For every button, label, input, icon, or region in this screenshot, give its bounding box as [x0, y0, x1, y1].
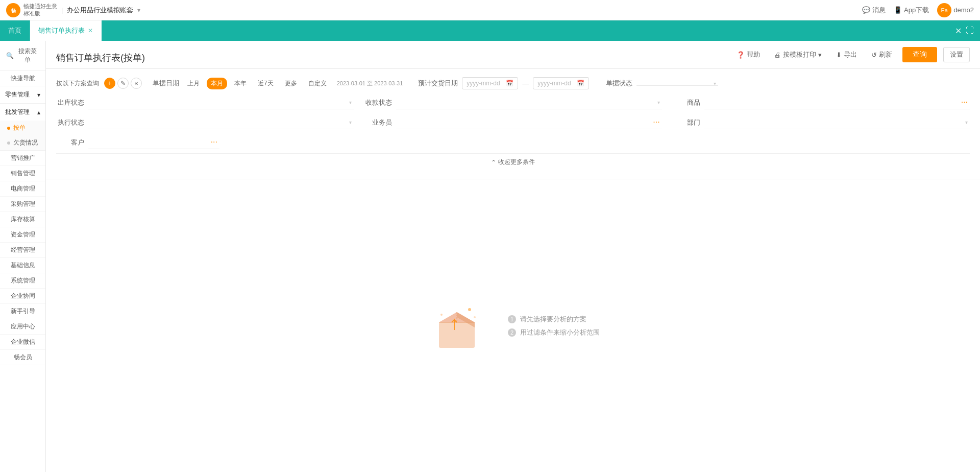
sidebar-item-inventory[interactable]: 库存核算 [0, 212, 45, 227]
salesperson-input[interactable]: ··· [396, 115, 662, 129]
svg-point-9 [474, 316, 476, 318]
sidebar-item-ecommerce[interactable]: 电商管理 [0, 181, 45, 197]
breadcrumb-title: 办公用品行业模拟账套 [67, 6, 133, 15]
settings-button[interactable]: 设置 [943, 47, 970, 62]
logo-area: 畅 畅捷通好生意 标准版 [6, 3, 57, 17]
date-btn-this-year[interactable]: 本年 [230, 78, 251, 89]
sidebar-item-operations[interactable]: 经营管理 [0, 243, 45, 258]
status-select[interactable] [636, 81, 718, 86]
salesperson-more-icon[interactable]: ··· [653, 117, 659, 127]
message-action[interactable]: 💬 消息 [862, 6, 886, 15]
sidebar-item-basic-info[interactable]: 基础信息 [0, 258, 45, 273]
date-btn-last-month[interactable]: 上月 [183, 78, 204, 89]
exec-status-select[interactable] [88, 116, 354, 129]
tab-close-icon[interactable]: ✕ [88, 27, 93, 34]
sidebar-item-enterprise[interactable]: 企业协同 [0, 289, 45, 304]
page-title: 销售订单执行表(按单) [56, 52, 145, 64]
collapse-more-button[interactable]: ⌃ 收起更多条件 [56, 153, 970, 171]
search-menu-button[interactable]: 🔍 搜索菜单 [4, 45, 41, 66]
logo-icon: 畅 [6, 3, 20, 17]
collapse-chevron-icon: ⌃ [491, 159, 496, 166]
collapse-scheme-button[interactable]: « [131, 78, 142, 89]
scheme-label: 按以下方案查询 [56, 79, 99, 88]
sidebar-item-wholesale-mgmt[interactable]: 批发管理 ▴ [0, 104, 45, 121]
sidebar-search-area: 🔍 搜索菜单 [0, 41, 45, 71]
salesperson-filter: 业务员 ··· [364, 115, 662, 129]
tab-sales-order-exec[interactable]: 销售订单执行表 ✕ [30, 20, 102, 41]
empty-illustration [426, 294, 487, 357]
salesperson-label: 业务员 [364, 118, 392, 127]
exec-status-label: 执行状态 [56, 118, 84, 127]
goods-label: 商品 [672, 98, 700, 107]
breadcrumb-dropdown-icon[interactable]: ▾ [137, 7, 140, 14]
sidebar-item-corp-wechat[interactable]: 企业微信 [0, 335, 45, 350]
tip-num-1: 1 [508, 315, 516, 323]
receipt-status-label: 收款状态 [364, 98, 392, 107]
out-status-select[interactable] [88, 96, 354, 109]
exec-status-filter: 执行状态 ▾ [56, 115, 354, 129]
dropdown-arrow-icon: ▾ [818, 51, 822, 59]
date-filter-group: 单据日期 上月 本月 本年 近7天 更多 自定义 2023-03-01 至 20… [151, 78, 403, 89]
edit-scheme-button[interactable]: ✎ [117, 78, 129, 89]
expected-date-from-input[interactable]: yyyy-mm-dd 📅 [462, 77, 518, 89]
empty-tips: 1 请先选择要分析的方案 2 用过滤条件来缩小分析范围 [508, 315, 600, 337]
date-separator: — [522, 80, 529, 87]
customer-filter: 客户 ··· [56, 135, 219, 149]
search-button[interactable]: 查询 [902, 47, 937, 62]
active-dot-icon [7, 127, 10, 130]
date-btn-more[interactable]: 更多 [281, 78, 301, 89]
sidebar-item-quick-nav[interactable]: 快捷导航 [0, 71, 45, 86]
receipt-status-select[interactable] [396, 96, 662, 109]
sidebar-item-member[interactable]: 畅会员 [0, 350, 45, 365]
goods-input[interactable]: ··· [704, 96, 970, 109]
export-button[interactable]: ⬇ 导出 [832, 48, 861, 61]
app-download-action[interactable]: 📱 App下载 [894, 6, 929, 15]
dept-filter: 部门 ▾ [672, 115, 970, 129]
app-download-icon: 📱 [894, 6, 902, 14]
tab-maximize-icon[interactable]: ⛶ [966, 26, 974, 35]
tab-close-window-icon[interactable]: ✕ [955, 26, 962, 36]
customer-input[interactable]: ··· [88, 135, 219, 149]
search-icon: 🔍 [6, 52, 14, 59]
help-button[interactable]: ❓ 帮助 [732, 48, 764, 61]
sidebar-item-system[interactable]: 系统管理 [0, 273, 45, 289]
filter-row-customer: 客户 ··· [56, 135, 970, 149]
date-btn-custom[interactable]: 自定义 [304, 78, 331, 89]
out-status-label: 出库状态 [56, 98, 84, 107]
empty-tip-1: 1 请先选择要分析的方案 [508, 315, 600, 324]
sidebar-item-newbie[interactable]: 新手引导 [0, 304, 45, 319]
goods-more-icon[interactable]: ··· [961, 98, 968, 107]
dept-label: 部门 [672, 118, 700, 127]
sidebar-item-app-center[interactable]: 应用中心 [0, 319, 45, 335]
sidebar-sub-item-order[interactable]: 按单 [0, 121, 45, 135]
dept-select[interactable] [704, 116, 970, 129]
tab-home[interactable]: 首页 [0, 20, 30, 41]
calendar-icon: 📅 [506, 80, 513, 87]
add-scheme-button[interactable]: + [104, 78, 115, 89]
scheme-actions: + ✎ « [104, 78, 142, 89]
expected-date-to-input[interactable]: yyyy-mm-dd 📅 [533, 77, 589, 89]
date-btn-7days[interactable]: 近7天 [254, 78, 278, 89]
sidebar-item-purchase[interactable]: 采购管理 [0, 197, 45, 212]
help-icon: ❓ [737, 51, 745, 59]
date-range-text: 2023-03-01 至 2023-03-31 [337, 80, 403, 87]
breadcrumb-separator: | [61, 7, 63, 14]
sidebar-item-sales-mgmt[interactable]: 销售管理 [0, 166, 45, 181]
sidebar-sub-item-debt[interactable]: 欠货情况 [0, 135, 45, 150]
sidebar-section-wholesale: 批发管理 ▴ 按单 欠货情况 [0, 104, 45, 151]
user-profile[interactable]: Ea demo2 [937, 3, 974, 17]
sidebar-item-finance[interactable]: 资金管理 [0, 227, 45, 243]
filter-grid-row1: 出库状态 ▾ 收款状态 ▾ 商品 [56, 96, 970, 109]
customer-more-icon[interactable]: ··· [211, 137, 217, 147]
tab-bar: 首页 销售订单执行表 ✕ ✕ ⛶ [0, 20, 980, 41]
sidebar-item-marketing[interactable]: 营销推广 [0, 151, 45, 166]
export-icon: ⬇ [836, 51, 842, 59]
top-header: 畅 畅捷通好生意 标准版 | 办公用品行业模拟账套 ▾ 💬 消息 📱 App下载… [0, 0, 980, 20]
template-print-button[interactable]: 🖨 按模板打印 ▾ [770, 48, 826, 61]
date-btn-this-month[interactable]: 本月 [207, 78, 227, 89]
page-header: 销售订单执行表(按单) ❓ 帮助 🖨 按模板打印 ▾ ⬇ 导出 ↺ 刷新 [46, 41, 980, 69]
out-status-filter: 出库状态 ▾ [56, 96, 354, 109]
sidebar-item-retail-mgmt[interactable]: 零售管理 ▾ [0, 86, 45, 103]
refresh-button[interactable]: ↺ 刷新 [867, 48, 896, 61]
tab-bar-right: ✕ ⛶ [955, 26, 980, 36]
